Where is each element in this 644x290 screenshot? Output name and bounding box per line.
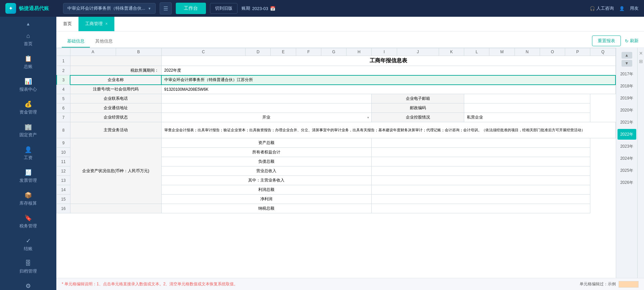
sidebar-scroll-up[interactable]: ▲ (0, 19, 56, 28)
bottom-right-info: 单元格编辑过：示例 (580, 281, 639, 288)
col-header-h: H (346, 48, 372, 56)
cell-4-label[interactable]: 注册号/统一社会信用代码 (70, 85, 161, 94)
edit-label: 单元格编辑过：示例 (580, 281, 616, 287)
refresh-button[interactable]: ↻ 刷新 (625, 38, 639, 44)
table-row: 9 企业资产状况信息(币种：人民币万元) 资产总额 (57, 138, 615, 148)
cell-12-label[interactable]: 营业总收入 (161, 166, 372, 176)
sidebar-item-tax[interactable]: 🔖 税务管理 (0, 210, 56, 233)
cell-11-label[interactable]: 负债总额 (161, 157, 372, 166)
year-item-2019[interactable]: 2019年 (618, 93, 636, 103)
sidebar-label-salary: 工资 (24, 155, 33, 161)
sidebar-item-ledger[interactable]: 📋 总账 (0, 51, 56, 74)
cell-7-label[interactable]: 企业经营状态 (70, 113, 161, 122)
company-icon-btn[interactable]: ☰ (160, 2, 172, 14)
cell-6-postal[interactable] (464, 103, 590, 113)
sidebar-item-close[interactable]: ✓ 结账 (0, 233, 56, 256)
cell-5-email-label[interactable]: 企业电子邮箱 (372, 94, 464, 103)
col-header-row: A B C D E F G H I J K L (57, 48, 615, 56)
cell-16-ab[interactable] (70, 204, 161, 213)
cell-13-label[interactable]: 其中：主营业务收入 (161, 176, 372, 185)
cell-3-value[interactable]: 中审众环会计师事务所（特殊普通合伙）江苏分所 (161, 75, 615, 85)
year-scroll-down[interactable]: ▼ (622, 60, 632, 67)
col-header-g: G (321, 48, 346, 56)
year-item-2026[interactable]: 2026年 (618, 177, 636, 188)
user-icon: 👤 (619, 6, 625, 11)
cell-11-value[interactable] (372, 157, 590, 166)
cell-6-label[interactable]: 企业通信地址 (70, 103, 161, 113)
cell-2-value[interactable]: 2022年度 (161, 66, 615, 75)
cell-1-ab[interactable] (70, 56, 161, 66)
sidebar-label-ledger: 总账 (24, 64, 33, 70)
cell-6-addr[interactable] (161, 103, 372, 113)
cell-12-value[interactable] (372, 166, 590, 176)
cell-8-value[interactable]: 审查企业会计报表；出具审计报告；验证企业资本；出具验资报告；办理企业合并、分立、… (161, 122, 615, 138)
year-item-2024[interactable]: 2024年 (618, 153, 636, 164)
sidebar-item-invoice[interactable]: 🧾 发票管理 (0, 165, 56, 188)
sidebar-item-assets[interactable]: 🏢 固定资产 (0, 119, 56, 142)
cell-3-label[interactable]: 企业名称 (70, 75, 161, 85)
cell-7-holding[interactable]: 私营企业 (464, 113, 590, 122)
cell-16-label[interactable]: 纳税总额 (161, 204, 372, 213)
cell-5-label[interactable]: 企业联系电话 (70, 94, 161, 103)
spreadsheet-year-wrapper: A B C D E F G H I J K L (56, 48, 644, 278)
sidebar-item-reports[interactable]: 📊 报表中心 (0, 74, 56, 96)
row-num-9: 9 (57, 138, 70, 148)
tab-home[interactable]: 首页 (56, 17, 78, 31)
year-item-2017[interactable]: 2017年 (618, 69, 636, 79)
panel-expand-icon[interactable]: ⊞ (639, 59, 643, 64)
spreadsheet-container[interactable]: A B C D E F G H I J K L (56, 48, 616, 278)
reset-report-button[interactable]: 重置报表 (592, 35, 621, 46)
cell-7-status[interactable]: 开业 (161, 113, 372, 122)
sidebar-item-home[interactable]: ⌂ 首页 (0, 28, 56, 51)
year-item-2021[interactable]: 2021年 (618, 117, 636, 128)
year-scroll-up[interactable]: ▲ (622, 52, 632, 59)
year-item-2018[interactable]: 2018年 (618, 81, 636, 91)
cell-1-title[interactable]: 工商年报信息表 (161, 56, 615, 66)
sidebar-item-inventory[interactable]: 📦 库存核算 (0, 188, 56, 210)
tab-home-label: 首页 (63, 21, 72, 27)
calendar-icon[interactable]: 📅 (270, 6, 275, 11)
row-num-11: 11 (57, 157, 70, 166)
cell-16-value[interactable] (372, 204, 590, 213)
cell-9-value[interactable] (372, 138, 590, 148)
sidebar-item-settings[interactable]: ⚙ 设置 (0, 278, 56, 290)
cell-6-postal-label[interactable]: 邮政编码 (372, 103, 464, 113)
year-item-2020[interactable]: 2020年 (618, 105, 636, 116)
tab-industry[interactable]: 工商管理 × (78, 17, 114, 31)
year-item-2025[interactable]: 2025年 (618, 165, 636, 176)
cell-5-email[interactable] (464, 94, 590, 103)
tab-close-icon[interactable]: × (105, 21, 108, 26)
cell-15-value[interactable] (372, 195, 590, 204)
sidebar-item-funds[interactable]: 💰 资金管理 (0, 96, 56, 119)
cell-2-ab[interactable]: 税款所属期间： (70, 66, 161, 75)
service-button[interactable]: 🎧 人工咨询 (590, 5, 614, 11)
col-header-p: P (565, 48, 590, 56)
sidebar-item-salary[interactable]: 👤 工资 (0, 142, 56, 165)
cell-4-value[interactable]: 91320100MA208E5W6K (161, 85, 615, 94)
panel-close-icon[interactable]: ✕ (639, 51, 643, 56)
cell-8-label[interactable]: 主营业务活动 (70, 122, 161, 138)
year-item-2022[interactable]: 2022年 (618, 129, 636, 140)
cell-14-label[interactable]: 利润总额 (161, 185, 372, 195)
ledger-icon: 📋 (24, 55, 32, 62)
table-row: 6 企业通信地址 邮政编码 (57, 103, 615, 113)
assets-icon: 🏢 (24, 123, 32, 131)
year-item-2023[interactable]: 2023年 (618, 141, 636, 152)
cell-9-label[interactable]: 资产总额 (161, 138, 372, 148)
edit-hint: * 单元格编辑说明：1、点击单元格直接录入数值或文本。2、清空单元格数值或文本恢… (62, 281, 238, 287)
sidebar-item-archive[interactable]: 🗄 归档管理 (0, 256, 56, 278)
cell-10-label[interactable]: 所有者权益合计 (161, 148, 372, 157)
row-num-5: 5 (57, 94, 70, 103)
cell-5-phone[interactable] (161, 94, 372, 103)
cell-7-holding-label[interactable]: 企业控股情况 (372, 113, 464, 122)
cell-10-value[interactable] (372, 148, 590, 157)
cell-13-value[interactable] (372, 176, 590, 185)
company-selector[interactable]: 中审众环会计师事务所（特殊普通合伙... ▼ (63, 3, 156, 14)
sub-tab-other[interactable]: 其他信息 (90, 35, 118, 48)
cell-9-section-label[interactable]: 企业资产状况信息(币种：人民币万元) (70, 138, 161, 204)
cell-14-value[interactable] (372, 185, 590, 195)
old-version-button[interactable]: 切到旧版 (210, 3, 237, 14)
cell-15-label[interactable]: 净利润 (161, 195, 372, 204)
sub-tab-basic[interactable]: 基础信息 (62, 35, 90, 48)
workbench-button[interactable]: 工作台 (176, 3, 206, 14)
